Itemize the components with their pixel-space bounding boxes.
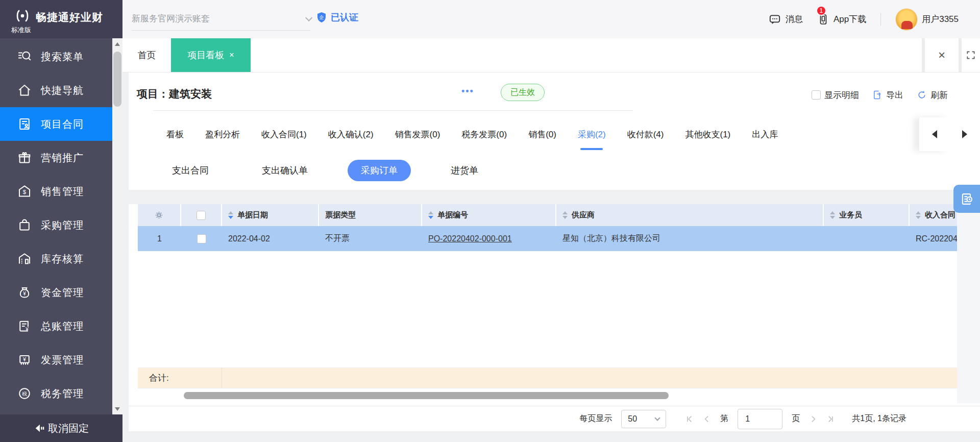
export-icon: [872, 90, 883, 100]
sidebar-item-search-menu[interactable]: 搜索菜单: [0, 40, 112, 73]
subtab-expense-contract[interactable]: 支出合同: [159, 160, 222, 181]
column-select-all: [181, 204, 222, 226]
sidebar-item-marketing[interactable]: 营销推广: [0, 141, 112, 175]
app-download-button[interactable]: App下载: [817, 13, 866, 26]
row-checkbox[interactable]: [197, 234, 206, 243]
tab-sales-invoice[interactable]: 销售发票(0): [395, 117, 440, 151]
purchase-subtabs: 支出合同 支出确认单 采购订单 进货单: [129, 151, 980, 190]
first-page-button[interactable]: [685, 415, 694, 423]
prev-page-button[interactable]: [703, 415, 711, 423]
invoice-icon: ¥: [17, 352, 32, 367]
last-page-button[interactable]: [826, 415, 835, 423]
tab-close-icon[interactable]: ×: [229, 51, 234, 59]
sidebar-item-sales[interactable]: $ 销售管理: [0, 175, 112, 208]
tab-project-board[interactable]: 项目看板 ×: [171, 38, 251, 72]
more-actions-button[interactable]: •••: [461, 86, 474, 96]
close-all-tabs-button[interactable]: [925, 38, 959, 72]
refresh-button[interactable]: 刷新: [917, 89, 948, 101]
per-page-label: 每页显示: [579, 413, 612, 424]
horizontal-scrollbar-thumb[interactable]: [184, 392, 669, 399]
sidebar: 畅捷通好业财 标准版 搜索菜单 快捷导航: [0, 0, 122, 442]
sidebar-item-invoice[interactable]: ¥ 发票管理: [0, 343, 112, 377]
fullscreen-icon: [966, 50, 976, 60]
tabs-scroll-right-button[interactable]: [949, 117, 980, 151]
column-doc-no[interactable]: 单据编号: [422, 204, 556, 226]
sort-icon[interactable]: [228, 211, 233, 219]
tabs-scroll-left-button[interactable]: [919, 117, 949, 151]
page-number-input[interactable]: [738, 409, 782, 429]
user-menu[interactable]: 用户3355: [895, 8, 959, 31]
search-menu-icon: [17, 49, 32, 64]
app-window: 畅捷通好业财 标准版 搜索菜单 快捷导航: [0, 0, 980, 442]
page-title: 项目：建筑安装: [137, 87, 212, 101]
account-selector[interactable]: 新服务官网演示账套: [132, 7, 310, 31]
sidebar-item-funds[interactable]: ¥ 资金管理: [0, 276, 112, 309]
table-row[interactable]: 1 2022-04-02 不开票 PO-20220402-000-001 星知（…: [138, 226, 957, 251]
verified-label: 已认证: [331, 11, 358, 23]
select-all-checkbox[interactable]: [197, 211, 206, 220]
column-ticket-type[interactable]: 票据类型: [319, 204, 422, 226]
show-detail-toggle[interactable]: 显示明细: [812, 89, 859, 101]
tab-income-contract[interactable]: 收入合同(1): [261, 117, 307, 151]
doc-no-link[interactable]: PO-20220402-000-001: [428, 234, 512, 243]
tab-label: 首页: [138, 49, 156, 61]
tab-income-confirm[interactable]: 收入确认(2): [328, 117, 374, 151]
per-page-select[interactable]: 50: [621, 410, 666, 428]
verified-badge[interactable]: 企 已认证: [315, 11, 358, 23]
sidebar-item-quick-nav[interactable]: 快捷导航: [0, 73, 112, 107]
tab-stock-in-out[interactable]: 出入库: [752, 117, 778, 151]
tab-home[interactable]: 首页: [122, 38, 171, 72]
brand-edition: 标准版: [11, 26, 31, 35]
per-page-value: 50: [628, 414, 637, 424]
column-income-contract[interactable]: 收入合同: [910, 204, 957, 226]
page-suffix: 页: [792, 413, 800, 424]
sidebar-item-label: 快捷导航: [41, 84, 84, 97]
table-right-gutter: [957, 204, 980, 403]
column-settings[interactable]: [138, 204, 181, 226]
export-button[interactable]: 导出: [872, 89, 903, 101]
sort-icon[interactable]: [562, 211, 568, 219]
sidebar-scrollbar-thumb[interactable]: [113, 52, 121, 107]
sidebar-item-inventory[interactable]: 库存核算: [0, 242, 112, 276]
subtab-expense-confirm[interactable]: 支出确认单: [249, 160, 321, 181]
fullscreen-button[interactable]: [962, 38, 980, 72]
sidebar-item-ledger[interactable]: ¥ 总账管理: [0, 309, 112, 343]
subtab-purchase-order[interactable]: 采购订单: [348, 160, 411, 181]
cell-ticket-type: 不开票: [319, 233, 422, 244]
sort-icon[interactable]: [428, 211, 433, 219]
tab-profit-analysis[interactable]: 盈利分析: [205, 117, 240, 151]
tab-board[interactable]: 看板: [166, 117, 184, 151]
column-supplier[interactable]: 供应商: [556, 204, 824, 226]
next-page-button[interactable]: [809, 415, 817, 423]
sidebar-item-purchase[interactable]: 采购管理: [0, 208, 112, 242]
brand-logo-icon: [13, 7, 32, 25]
sort-icon[interactable]: [916, 211, 921, 219]
tab-other-income-expense[interactable]: 其他收支(1): [685, 117, 730, 151]
tab-purchase[interactable]: 采购(2): [578, 117, 606, 151]
unpin-sidebar-button[interactable]: 取消固定: [0, 414, 122, 442]
arrow-right-icon: [962, 130, 967, 138]
project-header: 项目：建筑安装 ••• 已生效 显示明细 导出: [129, 72, 980, 117]
chevron-down-icon: [655, 415, 660, 421]
project-name[interactable]: 建筑安装: [169, 88, 212, 100]
tab-receipts-payments[interactable]: 收付款(4): [627, 117, 664, 151]
scroll-up-arrow-icon[interactable]: [112, 38, 122, 50]
messages-button[interactable]: 消息 1: [768, 13, 803, 26]
scroll-down-arrow-icon[interactable]: [112, 403, 122, 414]
next-page-icon: [809, 415, 817, 423]
tab-sales[interactable]: 销售(0): [528, 117, 556, 151]
sidebar-item-project-contract[interactable]: 项目合同: [0, 107, 112, 141]
sort-icon[interactable]: [830, 211, 835, 219]
tab-tax-invoice[interactable]: 税务发票(0): [461, 117, 507, 151]
subtab-goods-receipt[interactable]: 进货单: [437, 160, 492, 181]
project-contract-icon: [17, 116, 32, 132]
show-detail-checkbox[interactable]: [812, 90, 821, 100]
column-doc-date[interactable]: 单据日期: [222, 204, 319, 226]
column-salesperson[interactable]: 业务员: [824, 204, 910, 226]
sidebar-item-tax[interactable]: 税 税务管理: [0, 377, 112, 410]
svg-text:¥: ¥: [22, 291, 26, 297]
quick-nav-icon: [17, 83, 32, 98]
floating-doc-button[interactable]: [953, 185, 980, 213]
horizontal-scrollbar: [138, 392, 957, 399]
row-index: 1: [138, 234, 181, 243]
